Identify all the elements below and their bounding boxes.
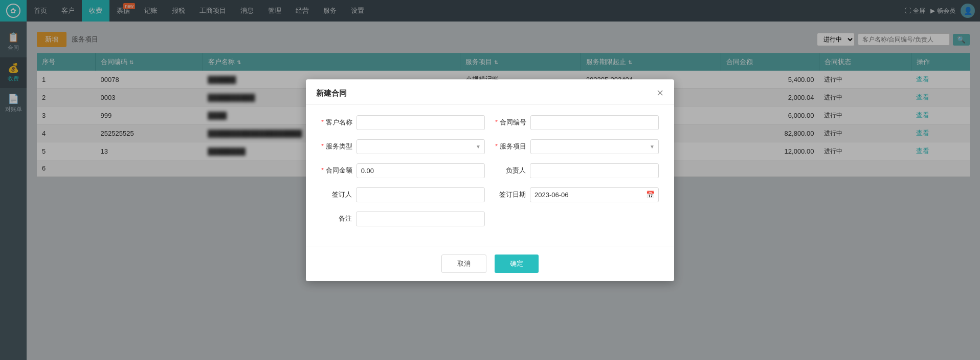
form-group-service-type: 服务类型 <box>321 139 485 154</box>
modal-close-button[interactable]: ✕ <box>656 89 664 98</box>
form-row-3: 合同金额 负责人 <box>321 163 659 178</box>
signer-input[interactable] <box>356 187 485 202</box>
remark-input[interactable] <box>356 211 485 226</box>
form-group-contract-no: 合同编号 <box>495 115 659 130</box>
contract-no-label: 合同编号 <box>495 118 526 127</box>
service-type-select-wrap <box>357 139 485 154</box>
cancel-button[interactable]: 取消 <box>441 255 486 273</box>
signer-label: 签订人 <box>321 190 352 199</box>
remark-label: 备注 <box>321 214 352 223</box>
remark-spacer <box>495 211 659 226</box>
assignee-input[interactable] <box>530 163 659 178</box>
new-contract-modal: 新建合同 ✕ 客户名称 合同编号 服务类型 <box>306 79 674 281</box>
form-group-customer: 客户名称 <box>321 115 485 130</box>
amount-input[interactable] <box>357 163 485 178</box>
service-item-label: 服务项目 <box>495 142 526 151</box>
calendar-icon[interactable]: 📅 <box>646 190 655 199</box>
service-type-select[interactable] <box>357 139 485 154</box>
sign-date-wrap: 📅 <box>530 187 659 202</box>
service-item-select-wrap <box>530 139 659 154</box>
customer-name-input[interactable] <box>357 115 485 130</box>
modal-overlay: 新建合同 ✕ 客户名称 合同编号 服务类型 <box>0 0 980 360</box>
form-row-1: 客户名称 合同编号 <box>321 115 659 130</box>
modal-title: 新建合同 <box>316 89 347 98</box>
customer-name-label: 客户名称 <box>321 118 352 127</box>
sign-date-label: 签订日期 <box>495 190 526 199</box>
modal-footer: 取消 确定 <box>306 246 674 281</box>
form-row-4: 签订人 签订日期 📅 <box>321 187 659 202</box>
amount-label: 合同金额 <box>321 166 352 175</box>
form-group-sign-date: 签订日期 📅 <box>495 187 659 202</box>
form-group-amount: 合同金额 <box>321 163 485 178</box>
sign-date-input[interactable] <box>530 187 659 202</box>
confirm-button[interactable]: 确定 <box>495 255 539 273</box>
form-row-5: 备注 <box>321 211 659 226</box>
form-row-2: 服务类型 服务项目 <box>321 139 659 154</box>
form-group-assignee: 负责人 <box>495 163 659 178</box>
service-item-select[interactable] <box>530 139 659 154</box>
form-group-service-item: 服务项目 <box>495 139 659 154</box>
modal-header: 新建合同 ✕ <box>306 79 674 105</box>
assignee-label: 负责人 <box>495 166 526 175</box>
modal-body: 客户名称 合同编号 服务类型 <box>306 105 674 246</box>
form-group-signer: 签订人 <box>321 187 485 202</box>
service-type-label: 服务类型 <box>321 142 352 151</box>
contract-no-input[interactable] <box>530 115 659 130</box>
form-group-remark: 备注 <box>321 211 485 226</box>
